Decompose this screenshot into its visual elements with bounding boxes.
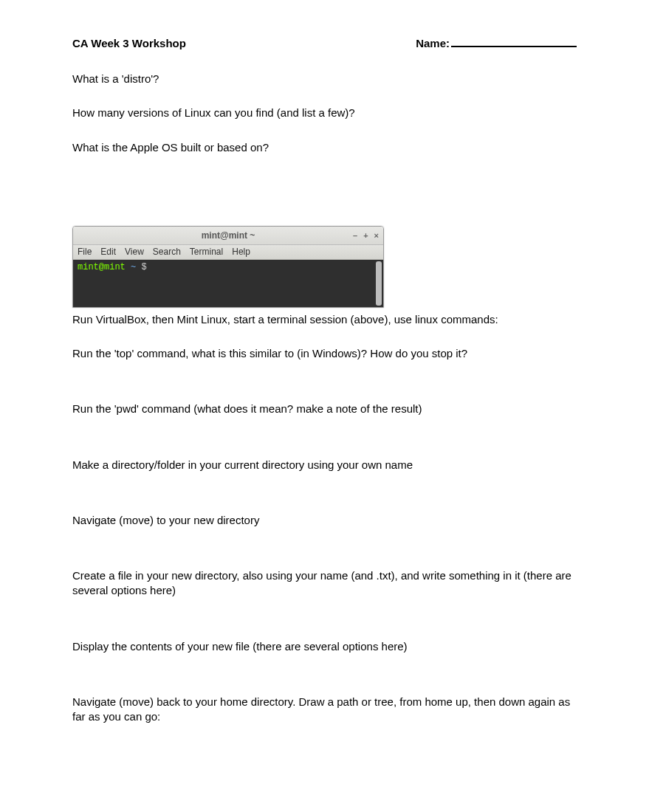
prompt-path: ~ [126,262,142,272]
question-1: What is a 'distro'? [72,72,577,86]
menu-help[interactable]: Help [232,247,250,257]
prompt-dollar: $ [141,262,146,272]
question-10: Display the contents of your new file (t… [72,639,577,654]
question-3: What is the Apple OS built or based on? [72,140,577,155]
close-icon[interactable]: × [374,231,379,240]
question-2: How many versions of Linux can you find … [72,106,577,120]
menu-view[interactable]: View [125,247,144,257]
question-6: Run the 'pwd' command (what does it mean… [72,402,577,416]
spacer [72,174,577,226]
window-controls: – + × [353,227,379,244]
header-row: CA Week 3 Workshop Name: [72,37,577,49]
name-blank-line[interactable] [451,37,577,47]
question-8: Navigate (move) to your new directory [72,513,577,528]
name-label: Name: [416,37,450,49]
terminal-title: mint@mint ~ [202,230,255,241]
page-title: CA Week 3 Workshop [72,37,186,49]
prompt-user: mint@mint [78,262,126,272]
question-4: Run VirtualBox, then Mint Linux, start a… [72,312,577,327]
terminal-body[interactable]: mint@mint ~ $ [73,260,383,307]
terminal-menubar: File Edit View Search Terminal Help [73,245,383,260]
menu-file[interactable]: File [78,247,92,257]
menu-terminal[interactable]: Terminal [190,247,223,257]
terminal-window: mint@mint ~ – + × File Edit View Search … [72,226,384,308]
menu-edit[interactable]: Edit [100,247,116,257]
worksheet-page: CA Week 3 Workshop Name: What is a 'dist… [0,0,649,812]
question-9: Create a file in your new directory, als… [72,568,577,599]
question-7: Make a directory/folder in your current … [72,458,577,472]
scrollbar[interactable] [376,261,382,306]
question-11: Navigate (move) back to your home direct… [72,695,577,725]
name-field: Name: [416,37,577,49]
question-5: Run the 'top' command, what is this simi… [72,346,577,361]
menu-search[interactable]: Search [153,247,181,257]
terminal-titlebar: mint@mint ~ – + × [73,227,383,245]
maximize-icon[interactable]: + [363,231,368,240]
minimize-icon[interactable]: – [353,231,357,240]
